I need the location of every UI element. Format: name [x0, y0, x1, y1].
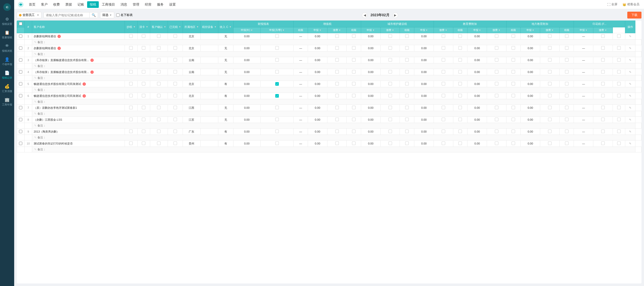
unchecked-box [405, 141, 409, 145]
sidebar-item-baoshuiliulan[interactable]: 👁 报税浏览 [0, 41, 14, 55]
device-cell [200, 117, 218, 123]
sidebar-item-piliangbaoshui[interactable]: 📋 批量报税 [0, 28, 14, 41]
cs-shen2 [434, 117, 453, 123]
vip-btn[interactable]: 👑 稻客会员 [621, 2, 641, 7]
unchecked-box [442, 118, 445, 121]
unchecked-box [388, 46, 392, 50]
current-date: 2023年02月 [370, 13, 389, 17]
row-checkbox[interactable] [19, 94, 22, 97]
sidebar-item-geshui[interactable]: 👤 个税申报 [0, 55, 14, 68]
zz-shen [327, 57, 347, 63]
edit-icon[interactable]: ✎ [629, 118, 631, 121]
nav-customer[interactable]: 客户 [38, 1, 50, 8]
filter-button[interactable]: 筛选 ▼ [100, 12, 114, 18]
cs-shen [380, 57, 400, 63]
fullscreen-btn[interactable]: ⛶ 全屏 [606, 2, 619, 7]
sidebar-item-baoshujilu[interactable]: 📄 报税记录 [0, 68, 14, 81]
search-input[interactable] [44, 13, 89, 18]
paid-cell [168, 81, 183, 87]
edit-icon[interactable]: ✎ [629, 35, 631, 38]
col-jy-shen: 申报▼ [467, 27, 487, 33]
nav-settings[interactable]: 设置 [167, 1, 178, 8]
edit-icon[interactable]: ✎ [629, 70, 631, 74]
zz-shen [327, 45, 347, 51]
prev-month-button[interactable]: ◀ [362, 12, 367, 18]
name-table-checkbox-label[interactable]: 名下标表 [116, 13, 133, 17]
next-month-button[interactable]: ▶ [393, 12, 398, 18]
confirm-cell [150, 57, 168, 63]
name-table-label: 名下标表 [121, 13, 133, 17]
row-checkbox[interactable] [19, 118, 22, 121]
download-button[interactable]: 下载 [627, 12, 641, 19]
action-cell[interactable]: ✎ [625, 81, 635, 87]
note-checkbox [17, 147, 25, 152]
sidebar-item-huisuan[interactable]: 💰 汇算清缴 [0, 81, 14, 95]
nav-tax[interactable]: 报税 [87, 1, 99, 8]
filter-icon: ▼ [164, 26, 166, 28]
row-checkbox[interactable] [19, 46, 22, 50]
edit-icon[interactable]: ✎ [629, 59, 631, 62]
row-checkbox[interactable] [19, 142, 22, 145]
unchecked-box [548, 82, 552, 85]
jy-jiao2 [506, 57, 521, 63]
action-cell[interactable]: ✎ [625, 117, 635, 123]
row-checkbox[interactable] [19, 58, 22, 62]
unchecked-box [129, 46, 133, 50]
sidebar-item-gongshangnianbaos[interactable]: 🏢 工商年报 [0, 95, 14, 108]
nav-invoice[interactable]: 票据 [63, 1, 74, 8]
action-cell[interactable]: ✎ [625, 33, 635, 40]
paid-cell [168, 57, 183, 63]
data-table-container[interactable]: # 客户名称 抄税▼ 清卡▼ 客户确认▼ [17, 21, 641, 283]
employee-select[interactable]: 全部员工 ▼ [17, 12, 42, 18]
edit-icon[interactable]: ✎ [629, 106, 631, 109]
nav-message[interactable]: 消息 [118, 1, 130, 8]
toolbar: 全部员工 ▼ 🔍 筛选 ▼ 名下标表 ◀ 2023年02月 ▶ 下载 [17, 12, 641, 19]
confirm-cell [150, 93, 168, 99]
pencil-icon: ✎ [34, 100, 36, 103]
nav-accounting[interactable]: 记账 [75, 1, 87, 8]
sidebar-item-baoshuishezhi[interactable]: ⚙ 报税设置 [0, 14, 14, 28]
table-row: 5 畅捷通信息技术股份有限公司民珠测试 ! 北京 有 0.00 ✓ — 0.00… [17, 81, 641, 87]
action-cell[interactable]: ✎ [625, 93, 635, 99]
zz-shen [327, 93, 347, 99]
row-checkbox[interactable] [19, 34, 22, 38]
unchecked-box [335, 46, 339, 50]
nav-service[interactable]: 服务 [154, 1, 166, 8]
col-caibao-year: 申报(年)▼ [233, 27, 260, 33]
yh-shen [593, 45, 613, 51]
row-checkbox[interactable] [19, 70, 22, 74]
action-cell[interactable]: ✎ [625, 69, 635, 75]
action-cell[interactable]: ✎ [625, 45, 635, 51]
row-checkbox[interactable] [19, 82, 22, 85]
nav-operation[interactable]: 经营 [142, 1, 154, 8]
action-cell[interactable]: ✎ [625, 105, 635, 111]
row-checkbox[interactable] [19, 130, 22, 133]
nav-business[interactable]: 工商项目 [99, 1, 118, 8]
nav-manage[interactable]: 管理 [130, 1, 142, 8]
nav-fee[interactable]: 收费 [51, 1, 62, 8]
name-table-checkbox[interactable] [116, 13, 120, 17]
action-cell[interactable]: ✎ [625, 140, 635, 147]
unchecked-box [601, 34, 605, 38]
company-name: 畅捷通信息技术股份有限公司民珠测试 ! [32, 93, 125, 99]
nav-home[interactable]: 首页 [26, 1, 38, 8]
unchecked-box [352, 46, 356, 50]
edit-icon[interactable]: ✎ [629, 142, 631, 145]
edit-icon[interactable]: ✎ [629, 47, 631, 50]
note-num [25, 123, 32, 129]
unchecked-box [129, 130, 133, 133]
unchecked-box [495, 141, 498, 145]
unchecked-box [512, 70, 515, 74]
action-cell[interactable]: ✎ [625, 129, 635, 135]
region-cell: 云南 [183, 69, 200, 75]
search-button[interactable]: 🔍 [89, 12, 98, 18]
edit-icon[interactable]: ✎ [629, 82, 631, 85]
checked-box: ✓ [275, 82, 279, 86]
action-cell[interactable]: ✎ [625, 57, 635, 63]
select-all-checkbox[interactable] [19, 22, 22, 25]
edit-icon[interactable]: ✎ [629, 130, 631, 133]
row-checkbox[interactable] [19, 106, 22, 109]
unchecked-box [458, 141, 462, 145]
unchecked-box [388, 130, 392, 133]
edit-icon[interactable]: ✎ [629, 94, 631, 97]
